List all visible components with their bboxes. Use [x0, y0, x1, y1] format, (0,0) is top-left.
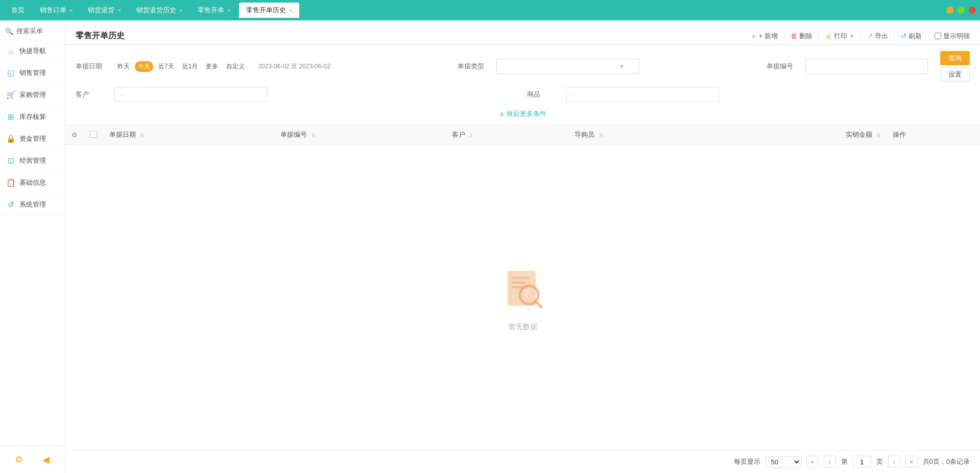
col-action: 操作: [887, 125, 980, 145]
minimize-button[interactable]: [946, 7, 953, 14]
col-customer[interactable]: 客户 ⇅: [446, 125, 568, 145]
sales-icon: ◱: [6, 68, 15, 78]
filter-collapse-button[interactable]: ∧ 收起更多条件: [76, 107, 970, 118]
tab-sales-order[interactable]: 销售订单 ×: [33, 3, 80, 18]
finance-icon: 🔒: [6, 134, 15, 143]
tab-close-retail-open[interactable]: ×: [227, 7, 230, 13]
date-btn-yesterday[interactable]: 昨天: [114, 61, 133, 72]
toolbar: ＋ + 新增 🗑 删除 🖨 打印 ▼ ↗ 导出: [750, 32, 970, 41]
col-no[interactable]: 单据编号 ⇅: [274, 125, 445, 145]
tab-close-sales-return[interactable]: ×: [117, 7, 121, 13]
doc-type-label: 单据类型: [458, 62, 488, 71]
display-detail-checkbox[interactable]: [935, 33, 941, 39]
refresh-icon: ↺: [901, 32, 906, 40]
page-label: 第: [841, 457, 848, 466]
tab-close-retail-open-history[interactable]: ×: [289, 7, 292, 13]
page-header: 零售开单历史 ＋ + 新增 🗑 删除 🖨 打印 ▼: [65, 20, 980, 45]
purchase-icon: 🛒: [6, 90, 15, 99]
sort-no-icon: ⇅: [311, 132, 315, 138]
col-amount[interactable]: 实销金额 ⇅: [715, 125, 887, 145]
maximize-button[interactable]: [958, 7, 965, 14]
tab-home[interactable]: 首页: [4, 3, 32, 18]
sidebar: 🔍 搜索采单 ⌂ 快捷导航 ◱ 销售管理 🛒 采购管理 ⊞ 库存核算 🔒 资金管…: [0, 20, 65, 473]
table-settings-icon[interactable]: ⚙: [71, 131, 78, 139]
date-btn-today[interactable]: 今天: [135, 61, 153, 72]
tab-close-sales-order[interactable]: ×: [69, 7, 73, 13]
sidebar-item-operations[interactable]: ⊡ 经营管理: [0, 150, 65, 172]
sidebar-settings-button[interactable]: ⚙: [11, 452, 27, 468]
next-page-button[interactable]: ›: [888, 456, 900, 468]
setting-button[interactable]: 设置: [940, 67, 970, 82]
sidebar-search[interactable]: 🔍 搜索采单: [0, 20, 65, 40]
doc-no-input[interactable]: [805, 59, 928, 74]
delete-icon: 🗑: [791, 32, 797, 40]
export-button[interactable]: ↗ 导出: [867, 32, 888, 41]
inventory-icon: ⊞: [6, 112, 15, 121]
main-layout: 🔍 搜索采单 ⌂ 快捷导航 ◱ 销售管理 🛒 采购管理 ⊞ 库存核算 🔒 资金管…: [0, 20, 980, 473]
sidebar-item-purchase-mgmt[interactable]: 🛒 采购管理: [0, 84, 65, 106]
doc-type-arrow-icon: ▼: [619, 63, 625, 69]
sort-amount-icon: ⇅: [876, 132, 880, 138]
system-icon: ↺: [6, 200, 15, 209]
total-records: 共0页，0条记录: [923, 457, 970, 466]
close-button[interactable]: [969, 7, 976, 14]
toolbar-divider-4: [894, 32, 895, 40]
customer-label: 客户: [76, 90, 106, 99]
customer-select[interactable]: ···: [114, 87, 268, 102]
export-icon: ↗: [867, 32, 873, 40]
sidebar-item-finance[interactable]: 🔒 资金管理: [0, 128, 65, 150]
sidebar-item-sales-mgmt[interactable]: ◱ 销售管理: [0, 62, 65, 84]
goods-label: 商品: [527, 90, 558, 99]
toolbar-divider-5: [928, 32, 928, 40]
table-area: ⚙ 单据日期 ⇅ 单据编号 ⇅: [65, 125, 980, 450]
filter-row-1: 单据日期 昨天 今天 近7天 近1月 更多 自定义 2023-06-02 至 2…: [76, 51, 970, 82]
page-size-select[interactable]: 50 10 20 100: [766, 456, 801, 468]
doc-no-label: 单据编号: [767, 62, 797, 71]
customer-placeholder: ···: [119, 91, 125, 98]
sidebar-item-inventory[interactable]: ⊞ 库存核算: [0, 106, 65, 128]
tab-retail-open[interactable]: 零售开单 ×: [190, 3, 237, 18]
filter-row-2: 客户 ··· 商品 ···: [76, 87, 970, 102]
page-size-label: 每页显示: [734, 457, 760, 466]
add-button[interactable]: ＋ + 新增: [750, 32, 778, 41]
date-btn-more[interactable]: 更多: [203, 61, 221, 72]
print-icon: 🖨: [825, 32, 832, 40]
svg-rect-1: [512, 277, 530, 279]
sidebar-item-system[interactable]: ↺ 系统管理: [0, 194, 65, 216]
tab-close-sales-return-history[interactable]: ×: [179, 7, 182, 13]
toolbar-divider-3: [861, 32, 861, 40]
top-tab-bar: 首页 销售订单 × 销货退货 × 销货退货历史 × 零售开单 × 零售开单历史 …: [0, 0, 980, 20]
first-page-button[interactable]: «: [806, 456, 819, 468]
date-filter-label: 单据日期: [76, 62, 106, 71]
delete-button[interactable]: 🗑 删除: [791, 32, 812, 41]
tab-sales-return[interactable]: 销货退货 ×: [81, 3, 128, 18]
print-button[interactable]: 🖨 打印 ▼: [825, 32, 854, 41]
sidebar-collapse-button[interactable]: ◀: [38, 452, 54, 468]
date-btn-last1m[interactable]: 近1月: [179, 61, 201, 72]
page-number-input[interactable]: [853, 456, 871, 468]
last-page-button[interactable]: »: [905, 456, 918, 468]
doc-type-select[interactable]: ▼: [496, 59, 639, 74]
goods-select[interactable]: ···: [566, 87, 719, 102]
sidebar-item-basic-info[interactable]: 📋 基础信息: [0, 172, 65, 194]
col-salesperson[interactable]: 导购员 ⇅: [568, 125, 715, 145]
date-btn-custom[interactable]: 自定义: [223, 61, 248, 72]
svg-point-6: [523, 289, 530, 295]
search-icon: 🔍: [5, 28, 13, 35]
col-date[interactable]: 单据日期 ⇅: [103, 125, 274, 145]
operations-icon: ⊡: [6, 156, 15, 165]
query-button[interactable]: 查询: [940, 51, 970, 65]
date-btn-last7[interactable]: 近7天: [155, 61, 177, 72]
prev-page-button[interactable]: ‹: [824, 456, 836, 468]
refresh-button[interactable]: ↺ 刷新: [901, 32, 922, 41]
svg-line-5: [535, 301, 541, 307]
toolbar-divider-1: [784, 32, 784, 40]
sidebar-item-quick-nav[interactable]: ⌂ 快捷导航: [0, 40, 65, 62]
window-controls: [946, 7, 976, 14]
display-detail-checkbox-label[interactable]: 显示明细: [935, 32, 970, 41]
toolbar-divider-2: [819, 32, 819, 40]
select-all-checkbox[interactable]: [90, 131, 97, 138]
tab-sales-return-history[interactable]: 销货退货历史 ×: [129, 3, 189, 18]
page-suffix: 页: [876, 457, 883, 466]
tab-retail-open-history[interactable]: 零售开单历史 ×: [239, 3, 299, 18]
